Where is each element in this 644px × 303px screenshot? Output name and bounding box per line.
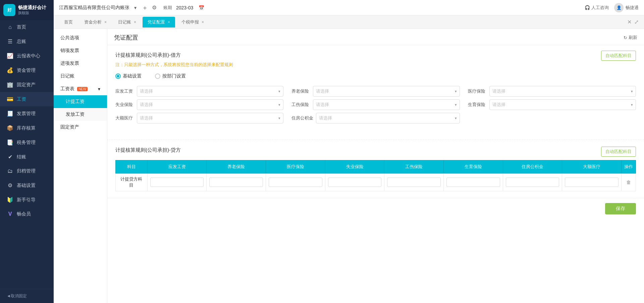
credit-section: 计提核算规则(公司承担)-贷方 自动匹配科目 科目 应发工资 养老保险 医疗保险… — [107, 147, 644, 198]
th-daeyiliao: 大额医疗 — [562, 160, 622, 173]
chevron-down-icon: ▾ — [455, 89, 457, 94]
radio-dept[interactable]: 按部门设置 — [155, 73, 186, 79]
select-gongshang[interactable]: 请选择 ▾ — [313, 99, 460, 110]
left-menu: 公共选项 销项发票 进项发票 日记账 工资表 NEW ▾ 计提工资 — [54, 29, 107, 303]
credit-table: 科目 应发工资 养老保险 医疗保险 失业保险 工伤保险 生育保险 住房公积金 大… — [115, 160, 636, 191]
sidebar-item-assets[interactable]: 🏢 固定资产 — [0, 78, 54, 92]
cancel-fixed-btn[interactable]: ◄取消固定 — [0, 289, 54, 303]
sidebar-nav: ⌂ 首页 ☰ 总账 📈 云报表中心 💰 资金管理 🏢 固定资产 💳 工资 🧾 发… — [0, 20, 54, 289]
left-menu-purchase[interactable]: 进项发票 — [54, 57, 107, 70]
chevron-down-icon: ▾ — [278, 89, 280, 94]
input-credit-shengyu[interactable] — [446, 178, 500, 187]
tab-close-journal[interactable]: × — [134, 20, 136, 24]
select-yingfa[interactable]: 请选择 ▾ — [137, 86, 283, 97]
debit-form-row3: 大额医疗 请选择 ▾ 住房公积金 请选择 ▾ — [115, 113, 636, 123]
input-credit-daeyiliao[interactable] — [565, 178, 619, 187]
consult-btn[interactable]: 🎧 人工咨询 — [585, 5, 609, 11]
tab-close-tax[interactable]: × — [202, 20, 204, 24]
calendar-icon[interactable]: 📅 — [199, 5, 204, 10]
sidebar-item-tax[interactable]: 📑 税务管理 — [0, 135, 54, 150]
save-button[interactable]: 保存 — [605, 203, 636, 214]
sidebar-item-salary[interactable]: 💳 工资 — [0, 92, 54, 106]
sidebar-item-ledger[interactable]: ☰ 总账 — [0, 34, 54, 49]
input-credit-gongshang[interactable] — [387, 178, 441, 187]
tab-tax[interactable]: 个税申报 × — [176, 17, 209, 28]
sidebar-item-basic[interactable]: ⚙ 基础设置 — [0, 178, 54, 193]
close-all-btn[interactable]: ✕ — [627, 19, 632, 25]
sidebar-item-inventory[interactable]: 📦 库存核算 — [0, 121, 54, 135]
sidebar-item-vip[interactable]: V 畅会员 — [0, 207, 54, 221]
left-menu-sales[interactable]: 销项发票 — [54, 44, 107, 57]
form-empty — [468, 113, 636, 123]
td-yiliao — [266, 173, 325, 191]
chevron-down-icon: ▾ — [278, 103, 280, 107]
td-zhufang — [503, 173, 562, 191]
company-name: 江西服宝精品有限责任公司内账张 — [59, 5, 129, 11]
sidebar-item-fund[interactable]: 💰 资金管理 — [0, 63, 54, 78]
delete-row-icon[interactable]: 🗑 — [626, 180, 631, 185]
sidebar-item-invoice[interactable]: 🧾 发票管理 — [0, 106, 54, 121]
chevron-down-icon: ▾ — [455, 103, 457, 107]
tab-voucher[interactable]: 凭证配置 × — [143, 17, 175, 28]
radio-basic-circle — [115, 73, 121, 79]
select-yiliao[interactable]: 请选择 ▾ — [489, 86, 636, 97]
td-shengyu — [444, 173, 503, 191]
input-credit-zhufang[interactable] — [506, 178, 559, 187]
debit-section-title: 计提核算规则(公司承担)-借方 — [115, 52, 636, 58]
form-yiliao: 医疗保险 请选择 ▾ — [468, 86, 636, 97]
logo-sub: 旗舰版 — [18, 10, 46, 15]
input-credit-yingfa[interactable] — [150, 178, 204, 187]
tab-home[interactable]: 首页 — [59, 17, 78, 28]
radio-basic-dot — [117, 75, 119, 78]
tab-close-voucher[interactable]: × — [168, 20, 170, 24]
tab-close-fund[interactable]: × — [104, 20, 107, 24]
select-shiye[interactable]: 请选择 ▾ — [137, 99, 283, 110]
logo-text: 畅捷通好会计 — [18, 5, 46, 10]
sidebar-item-guide[interactable]: 🔰 新手引导 — [0, 193, 54, 207]
form-daeyiliao: 大额医疗 请选择 ▾ — [115, 113, 283, 123]
sidebar-item-home[interactable]: ⌂ 首页 — [0, 20, 54, 34]
input-credit-shiye[interactable] — [328, 178, 382, 187]
select-shengyu[interactable]: 请选择 ▾ — [489, 99, 636, 110]
input-credit-yanglao[interactable] — [209, 178, 263, 187]
td-gongshang — [384, 173, 444, 191]
label-yanglao: 养老保险 — [291, 88, 310, 94]
refresh-btn[interactable]: ↻ 刷新 — [624, 35, 637, 41]
add-company-btn[interactable]: ＋ — [142, 4, 148, 12]
sidebar-item-closing[interactable]: ✔ 结账 — [0, 150, 54, 164]
th-yanglao: 养老保险 — [207, 160, 266, 173]
td-daeyiliao — [562, 173, 622, 191]
select-zhufang[interactable]: 请选择 ▾ — [316, 113, 460, 123]
sidebar-item-reports[interactable]: 📈 云报表中心 — [0, 49, 54, 63]
user-menu[interactable]: 👤 畅捷通 — [614, 3, 639, 12]
label-zhufang: 住房公积金 — [291, 115, 313, 121]
th-yingfa: 应发工资 — [147, 160, 207, 173]
settings-icon[interactable]: ⚙ — [152, 4, 157, 11]
radio-basic[interactable]: 基础设置 — [115, 73, 142, 79]
left-menu-journal[interactable]: 日记账 — [54, 70, 107, 83]
select-yanglao[interactable]: 请选择 ▾ — [313, 86, 460, 97]
form-yanglao: 养老保险 请选择 ▾ — [291, 86, 460, 97]
debit-auto-match-btn[interactable]: 自动匹配科目 — [601, 51, 636, 61]
credit-auto-match-btn[interactable]: 自动匹配科目 — [601, 147, 636, 157]
table-row: 计提贷方科目 🗑 — [116, 173, 636, 191]
select-daeyiliao[interactable]: 请选择 ▾ — [137, 113, 283, 123]
chevron-down-icon: ▾ — [98, 86, 100, 92]
tab-fund[interactable]: 资金分析 × — [79, 17, 112, 28]
ledger-icon: ☰ — [7, 38, 13, 45]
sidebar-item-archive[interactable]: 🗂 归档管理 — [0, 164, 54, 178]
input-credit-yiliao[interactable] — [269, 178, 322, 187]
left-menu-salary-group[interactable]: 工资表 NEW ▾ — [54, 83, 107, 95]
cancel-fixed-label: ◄取消固定 — [7, 293, 27, 299]
left-menu-fixed-assets[interactable]: 固定资产 — [54, 121, 107, 134]
left-menu-accrue[interactable]: 计提工资 — [54, 95, 107, 108]
left-menu-pay[interactable]: 发放工资 — [54, 108, 107, 121]
td-yingfa — [147, 173, 207, 191]
th-zhufang: 住房公积金 — [503, 160, 562, 173]
company-dropdown-icon[interactable]: ▾ — [134, 5, 137, 10]
chevron-down-icon: ▾ — [455, 116, 457, 120]
left-menu-public[interactable]: 公共选项 — [54, 32, 107, 44]
new-badge: NEW — [77, 87, 88, 91]
maximize-btn[interactable]: ⤢ — [634, 19, 639, 25]
tab-journal[interactable]: 日记账 × — [113, 17, 141, 28]
